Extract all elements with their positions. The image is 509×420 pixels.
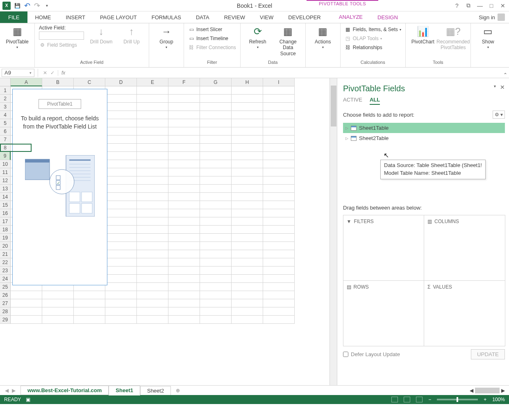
cell[interactable] [263,201,295,209]
field-settings-button[interactable]: ⚙Field Settings [39,41,84,50]
new-sheet-icon[interactable]: ⊕ [171,388,185,393]
row-header-7[interactable]: 7 [0,135,11,144]
cell[interactable] [137,209,168,217]
cell[interactable] [105,217,137,226]
cell[interactable] [105,283,137,291]
cell[interactable] [168,316,200,324]
cell[interactable] [200,291,232,299]
recommended-pivottables-button[interactable]: ▦?Recommended PivotTables [440,25,466,51]
row-header-12[interactable]: 12 [0,176,11,185]
col-header-F[interactable]: F [168,78,200,86]
update-button[interactable]: UPDATE [471,349,505,359]
cell[interactable] [105,185,137,193]
cell[interactable] [263,217,295,226]
defer-layout-checkbox[interactable] [343,352,348,357]
pane-tools-button[interactable]: ⚙ ▾ [493,111,505,119]
row-header-5[interactable]: 5 [0,119,11,127]
cell[interactable] [200,127,232,135]
minimize-icon[interactable]: — [477,3,483,9]
col-header-C[interactable]: C [74,78,105,86]
row-header-6[interactable]: 6 [0,127,11,135]
change-data-source-button[interactable]: ▦Change Data Source [275,25,301,56]
cell[interactable] [168,103,200,111]
enter-formula-icon[interactable]: ✓ [50,70,55,76]
drill-up-button[interactable]: ↑Drill Up [118,25,145,45]
cell[interactable] [137,291,168,299]
col-header-E[interactable]: E [137,78,168,86]
cell[interactable] [232,119,263,127]
cell[interactable] [232,316,263,324]
field-table-sheet1[interactable]: ▷ Sheet1Table [343,123,505,133]
cell[interactable] [200,119,232,127]
cell[interactable] [200,111,232,119]
cell[interactable] [200,193,232,201]
row-header-21[interactable]: 21 [0,250,11,258]
row-header-3[interactable]: 3 [0,103,11,111]
tab-data[interactable]: DATA [189,11,217,23]
cancel-formula-icon[interactable]: ✕ [43,70,47,76]
cell[interactable] [105,266,137,275]
cell[interactable] [263,103,295,111]
field-table-sheet2[interactable]: ▷ Sheet2Table [343,133,505,143]
cell[interactable] [137,185,168,193]
col-header-B[interactable]: B [42,78,74,86]
cell[interactable] [200,185,232,193]
cell[interactable] [74,299,105,307]
cell[interactable] [168,299,200,307]
collapse-ribbon-icon[interactable]: ⌃ [503,72,507,78]
cell[interactable] [200,299,232,307]
tab-formulas[interactable]: FORMULAS [144,11,189,23]
sheet-nav-next-icon[interactable]: ▶ [12,388,16,393]
col-header-H[interactable]: H [232,78,263,86]
help-icon[interactable]: ? [454,3,460,9]
cell[interactable] [105,316,137,324]
cell[interactable] [263,250,295,258]
show-button[interactable]: ▭Show▾ [475,25,501,50]
row-header-22[interactable]: 22 [0,258,11,266]
cell[interactable] [232,111,263,119]
cell[interactable] [232,144,263,152]
cell[interactable] [137,119,168,127]
cell[interactable] [11,307,42,316]
cell[interactable] [105,144,137,152]
row-header-1[interactable]: 1 [0,86,11,95]
tab-analyze[interactable]: ANALYZE [332,11,370,23]
cell[interactable] [105,176,137,185]
cell[interactable] [137,242,168,250]
cell[interactable] [200,258,232,266]
cell[interactable] [168,160,200,168]
tab-page-layout[interactable]: PAGE LAYOUT [93,11,144,23]
cell[interactable] [232,201,263,209]
horizontal-scrollbar[interactable]: ◀▶ [470,388,509,393]
cell[interactable] [137,201,168,209]
cell[interactable] [263,226,295,234]
cell[interactable] [263,160,295,168]
worksheet-grid[interactable]: 1234567891011121314151617181920212223242… [0,78,337,385]
cell[interactable] [232,275,263,283]
cell[interactable] [200,283,232,291]
cell[interactable] [168,250,200,258]
row-header-25[interactable]: 25 [0,283,11,291]
cell[interactable] [105,275,137,283]
maximize-icon[interactable]: □ [489,3,494,9]
row-header-28[interactable]: 28 [0,307,11,316]
cell[interactable] [232,307,263,316]
cell[interactable] [11,291,42,299]
cell[interactable] [263,95,295,103]
cell[interactable] [263,307,295,316]
cell[interactable] [105,307,137,316]
cell[interactable] [200,307,232,316]
tab-developer[interactable]: DEVELOPER [281,11,328,23]
cell[interactable] [200,135,232,144]
row-header-10[interactable]: 10 [0,160,11,168]
row-header-13[interactable]: 13 [0,185,11,193]
cell[interactable] [263,266,295,275]
pivottable-placeholder[interactable]: PivotTable1 To build a report, choose fi… [12,89,107,285]
pane-tab-active[interactable]: ACTIVE [343,97,362,105]
cell[interactable] [200,242,232,250]
cell[interactable] [232,127,263,135]
cell[interactable] [105,119,137,127]
cell[interactable] [11,299,42,307]
cell[interactable] [232,95,263,103]
cell[interactable] [200,217,232,226]
